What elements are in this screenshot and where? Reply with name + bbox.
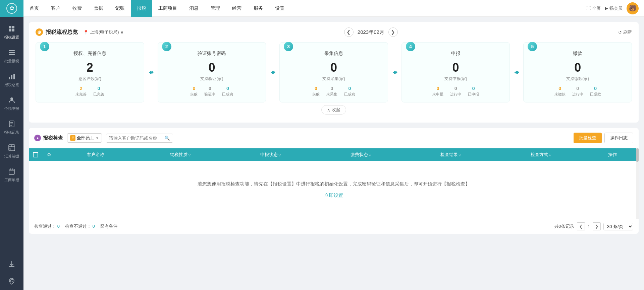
- sidebar-item-tax-settings[interactable]: 报税设置: [0, 20, 23, 44]
- check-title: ● 报税检查: [34, 135, 63, 141]
- sidebar-item-annual-report[interactable]: 工商年报: [0, 163, 23, 187]
- col-tax-nature: 纳税性质 ▽: [136, 148, 226, 161]
- check-header: ● 报税检查 员 全部员工 ▼ 🔍 批量检查 操作日志: [29, 128, 639, 148]
- nav-client[interactable]: 客户: [45, 0, 66, 17]
- nav-tax[interactable]: 报税: [131, 0, 152, 17]
- nav-accounting[interactable]: 记账: [109, 0, 131, 17]
- step-2-stat-2: 0 已成功: [222, 86, 233, 97]
- page-size-select[interactable]: 30 条/页 50 条/页 100 条/页: [603, 223, 633, 230]
- search-input[interactable]: [106, 134, 162, 142]
- sidebar: 报税设置 批量报税 报税总览: [0, 17, 23, 290]
- col-customer-name: 客户名称: [56, 148, 136, 161]
- filter-icon[interactable]: ▽: [278, 153, 281, 157]
- step-3-stat-1: 0 未采集: [326, 86, 337, 97]
- step-1-stats: 2 未完善 0 已完善: [41, 86, 139, 97]
- sidebar-item-label: 工商年报: [4, 177, 19, 183]
- immediate-setting-link[interactable]: 立即设置: [324, 193, 343, 198]
- step-1-stat-0: 2 未完善: [75, 86, 87, 97]
- sidebar-download[interactable]: [0, 255, 23, 273]
- step-5-stat-2: 0 已缴款: [590, 86, 601, 97]
- user-avatar[interactable]: 🐻: [627, 2, 639, 14]
- sidebar-item-tax-record[interactable]: 报税记录: [0, 115, 23, 139]
- nav-invoice[interactable]: 票据: [88, 0, 109, 17]
- search-button[interactable]: 🔍: [162, 134, 173, 142]
- svg-rect-7: [9, 77, 10, 79]
- filter-icon[interactable]: ▽: [369, 153, 371, 157]
- search-box: 🔍: [106, 134, 173, 143]
- col-operation: 操作: [586, 148, 639, 161]
- step-4-sub: 支持申报(家): [407, 76, 504, 82]
- sidebar-item-batch-tax[interactable]: 批量报税: [0, 44, 23, 68]
- sidebar-item-tax-overview[interactable]: 报税总览: [0, 68, 23, 91]
- step-3-stat-0: 0 失败: [312, 86, 320, 97]
- filter-icon[interactable]: ▽: [459, 153, 461, 157]
- step-5-stat-1: 0 进行中: [572, 86, 583, 97]
- next-month-button[interactable]: ❯: [388, 27, 398, 37]
- fail-label: 检查不通过： 0: [65, 223, 95, 229]
- nav-fee[interactable]: 收费: [66, 0, 88, 17]
- location-pin-icon: 📍: [83, 30, 89, 35]
- nav-business[interactable]: 工商项目: [152, 0, 183, 17]
- member-button[interactable]: ▶ 畅会员: [605, 5, 623, 11]
- prev-page-button[interactable]: ❮: [577, 222, 585, 230]
- nav-items: 首页 客户 收费 票据 记账 报税 工商项目 消息 管理 经营 服务 设置: [23, 0, 586, 17]
- svg-point-10: [10, 97, 13, 100]
- tax-record-icon: [7, 119, 16, 129]
- next-page-button[interactable]: ❯: [593, 222, 601, 230]
- arrow-1: [144, 42, 158, 102]
- nav-home[interactable]: 首页: [23, 0, 45, 17]
- step-2-card: 2 验证账号密码 0 支持验证(家) 0 失败 0 验证中: [158, 42, 266, 102]
- fullscreen-icon: ⛶: [586, 6, 591, 11]
- nav-message[interactable]: 消息: [183, 0, 205, 17]
- filter-icon[interactable]: ▽: [188, 153, 191, 157]
- pass-count[interactable]: 0: [57, 224, 60, 229]
- chevron-down-icon: ∨: [120, 30, 124, 35]
- process-header: ⊕ 报税流程总览 📍 上海(电子税局) ∨ ❮ 2023年02月 ❯ ↺: [36, 27, 632, 37]
- collapse-button[interactable]: ∧ 收起: [321, 105, 346, 115]
- batch-check-button[interactable]: 批量检查: [574, 133, 602, 143]
- step-1-count: 2: [41, 61, 139, 75]
- logo-area: ✿: [0, 0, 23, 17]
- sidebar-location[interactable]: [0, 273, 23, 290]
- col-declare-status: 申报状态 ▽: [225, 148, 316, 161]
- employee-filter[interactable]: 员 全部员工 ▼: [67, 133, 102, 143]
- step-3-count: 0: [285, 61, 382, 75]
- setting-icon[interactable]: ⚙: [47, 152, 51, 157]
- check-title-icon: ●: [34, 135, 41, 141]
- step-2-sub: 支持验证(家): [163, 76, 261, 82]
- fail-count[interactable]: 0: [92, 224, 95, 229]
- step-5-number: 5: [528, 42, 537, 51]
- nav-settings[interactable]: 设置: [269, 0, 290, 17]
- personal-tax-icon: [7, 95, 16, 105]
- operation-log-button[interactable]: 操作日志: [604, 133, 633, 143]
- nav-manage[interactable]: 管理: [205, 0, 226, 17]
- sidebar-item-label: 报税记录: [4, 130, 19, 135]
- scrollbar-thumb[interactable]: [636, 148, 639, 162]
- select-all-checkbox[interactable]: [33, 152, 38, 157]
- scrollbar[interactable]: [636, 148, 639, 219]
- sidebar-item-personal-tax[interactable]: 个税申报: [0, 91, 23, 115]
- prev-month-button[interactable]: ❮: [344, 27, 354, 37]
- steps-row: 1 授权、完善信息 2 总客户数(家) 2 未完善 0 已完善: [36, 42, 632, 102]
- fullscreen-button[interactable]: ⛶ 全屏: [586, 5, 601, 11]
- step-4-stat-1: 0 进行中: [450, 86, 461, 97]
- nav-service[interactable]: 服务: [248, 0, 269, 17]
- footer-left: 检查通过： 0 检查不通过： 0 囧有备注: [34, 223, 118, 229]
- nav-operation[interactable]: 经营: [226, 0, 248, 17]
- filter-icon[interactable]: ▽: [549, 153, 551, 157]
- step-5-stat-0: 0 未缴款: [554, 86, 566, 97]
- arrow-2: [266, 42, 279, 102]
- step-4-card: 4 申报 0 支持申报(家) 0 未申报 0 进行中: [401, 42, 510, 102]
- sidebar-item-clearing[interactable]: 汇 汇算清缴: [0, 139, 23, 163]
- step-1-number: 1: [40, 42, 49, 51]
- svg-text:汇: 汇: [9, 148, 12, 150]
- note-label: 囧有备注: [100, 223, 118, 229]
- process-overview-card: ⊕ 报税流程总览 📍 上海(电子税局) ∨ ❮ 2023年02月 ❯ ↺: [29, 22, 639, 123]
- main-layout: 报税设置 批量报税 报税总览: [0, 17, 644, 290]
- top-navigation: ✿ 首页 客户 收费 票据 记账 报税 工商项目 消息 管理 经营 服务 设置 …: [0, 0, 644, 17]
- annual-report-icon: [7, 167, 16, 176]
- refresh-button[interactable]: ↺ 刷新: [618, 29, 632, 35]
- employee-filter-icon: 员: [70, 135, 75, 141]
- svg-rect-1: [12, 26, 14, 28]
- location-tag[interactable]: 📍 上海(电子税局) ∨: [83, 29, 124, 35]
